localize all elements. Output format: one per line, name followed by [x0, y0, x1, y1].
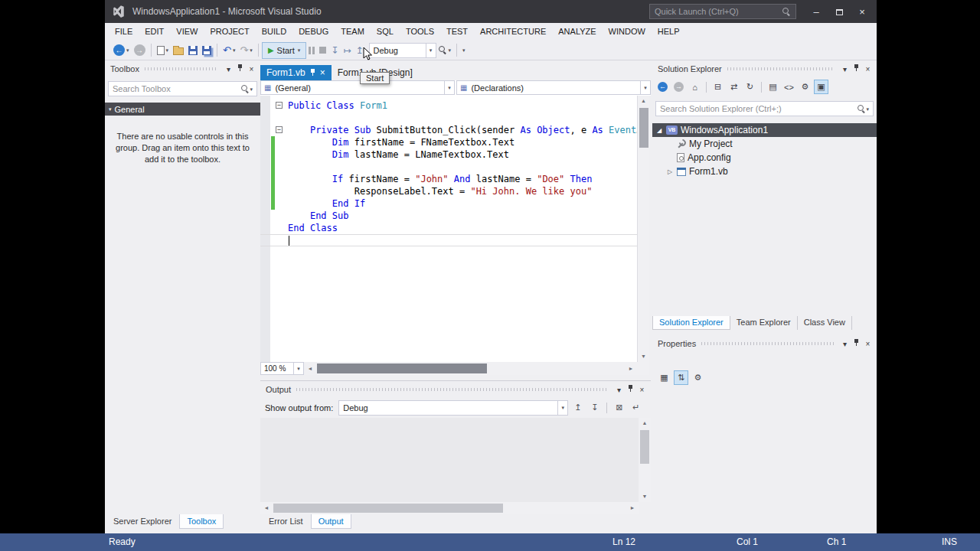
previous-message-button[interactable]: ↥: [570, 400, 585, 415]
scrollbar-thumb[interactable]: [640, 430, 649, 464]
menu-item-test[interactable]: TEST: [440, 23, 474, 41]
close-panel-button[interactable]: ×: [862, 340, 874, 348]
menu-item-view[interactable]: VIEW: [170, 23, 204, 41]
drag-grip[interactable]: [296, 388, 608, 391]
menu-item-project[interactable]: PROJECT: [204, 23, 255, 41]
scroll-up-icon[interactable]: ▲: [638, 96, 649, 106]
chevron-down-icon[interactable]: ▾: [557, 401, 567, 415]
chevron-down-icon[interactable]: ▾: [126, 47, 129, 53]
view-code-button[interactable]: <>: [782, 80, 796, 94]
pin-icon[interactable]: [309, 68, 316, 77]
scroll-down-icon[interactable]: ▼: [639, 491, 651, 502]
chevron-down-icon[interactable]: ▾: [166, 47, 169, 53]
scrollbar-thumb[interactable]: [273, 504, 503, 513]
solution-configuration-combobox[interactable]: Debug ▾: [369, 43, 436, 58]
scroll-left-icon[interactable]: ◄: [304, 362, 316, 375]
chevron-down-icon[interactable]: ▾: [293, 363, 303, 374]
code-line[interactable]: End If: [260, 197, 637, 210]
chevron-down-icon[interactable]: ▾: [298, 47, 301, 53]
output-content[interactable]: [260, 418, 639, 502]
editor-vertical-scrollbar[interactable]: ▲ ▼: [637, 96, 649, 362]
chevron-down-icon[interactable]: ▾: [250, 86, 253, 92]
menu-item-tools[interactable]: TOOLS: [400, 23, 440, 41]
code-line[interactable]: If firstName = "John" And lastName = "Do…: [260, 173, 637, 185]
toolbar-options-button[interactable]: ▾: [460, 42, 468, 59]
code-line[interactable]: [260, 234, 637, 246]
panel-tab-class-view[interactable]: Class View: [798, 316, 852, 330]
pin-button[interactable]: [851, 64, 862, 74]
quick-launch-input[interactable]: [655, 7, 782, 16]
save-all-button[interactable]: [200, 42, 214, 59]
scrollbar-thumb[interactable]: [639, 108, 648, 148]
editor-horizontal-scrollbar[interactable]: ◄ ►: [304, 362, 637, 375]
window-position-button[interactable]: ▾: [839, 65, 851, 73]
pin-button[interactable]: [234, 64, 246, 74]
navigate-back-button[interactable]: ←▾: [111, 42, 132, 59]
code-line[interactable]: [260, 112, 637, 124]
chevron-down-icon[interactable]: ▾: [640, 81, 650, 94]
chevron-down-icon[interactable]: ▾: [449, 47, 452, 53]
scroll-right-icon[interactable]: ►: [625, 362, 637, 375]
close-panel-button[interactable]: ×: [862, 65, 874, 73]
toolbox-group-general[interactable]: ▾ General: [105, 103, 260, 116]
drag-grip[interactable]: [145, 67, 217, 70]
refresh-button[interactable]: ↻: [743, 80, 757, 94]
chevron-down-icon[interactable]: ▾: [426, 44, 436, 57]
close-icon[interactable]: ×: [320, 68, 325, 77]
find-in-files-button[interactable]: ▾: [436, 42, 454, 59]
code-line[interactable]: Public Class Form1: [260, 99, 637, 112]
menu-item-help[interactable]: HELP: [652, 23, 686, 41]
tree-item[interactable]: ▷Form1.vb: [652, 165, 877, 178]
menu-item-window[interactable]: WINDOW: [603, 23, 652, 41]
scroll-up-icon[interactable]: ▲: [639, 418, 651, 429]
tree-item[interactable]: App.config: [652, 151, 877, 165]
stop-button[interactable]: [317, 42, 328, 59]
solution-explorer-search-box[interactable]: ▾: [655, 101, 874, 116]
code-line[interactable]: End Sub: [260, 210, 637, 222]
dock-tab-output[interactable]: Output: [311, 514, 351, 529]
code-editor[interactable]: −− Public Class Form1 Private Sub Submit…: [260, 96, 637, 362]
property-pages-button[interactable]: ⚙: [691, 370, 705, 385]
drag-grip[interactable]: [727, 67, 834, 70]
chevron-down-icon[interactable]: ▾: [444, 81, 454, 94]
toolbox-search-box[interactable]: ▾: [108, 81, 257, 96]
close-button[interactable]: ×: [851, 6, 874, 18]
output-source-combobox[interactable]: Debug ▾: [338, 400, 568, 416]
window-position-button[interactable]: ▾: [223, 65, 234, 73]
quick-launch-box[interactable]: [649, 4, 796, 19]
dock-tab-server-explorer[interactable]: Server Explorer: [106, 514, 178, 528]
collapse-all-button[interactable]: ⊟: [710, 80, 725, 94]
expander-icon[interactable]: ▷: [666, 168, 674, 175]
chevron-down-icon[interactable]: ▾: [233, 47, 236, 53]
show-all-files-button[interactable]: ▤: [766, 80, 780, 94]
code-line[interactable]: [260, 161, 637, 173]
maximize-button[interactable]: [828, 6, 851, 18]
tree-item[interactable]: My Project: [652, 137, 877, 151]
scroll-right-icon[interactable]: ►: [626, 502, 639, 514]
categorized-button[interactable]: ▦: [657, 370, 671, 385]
menu-item-debug[interactable]: DEBUG: [292, 23, 335, 41]
output-horizontal-scrollbar[interactable]: ◄ ►: [260, 502, 639, 514]
menu-item-analyze[interactable]: ANALYZE: [552, 23, 602, 41]
menu-item-build[interactable]: BUILD: [256, 23, 292, 41]
word-wrap-button[interactable]: ↵: [629, 400, 643, 415]
expander-icon[interactable]: ◢: [655, 127, 663, 134]
menu-item-file[interactable]: FILE: [109, 23, 139, 41]
menu-item-architecture[interactable]: ARCHITECTURE: [474, 23, 552, 41]
minimize-button[interactable]: –: [805, 6, 828, 18]
alphabetical-button[interactable]: ⇅: [674, 370, 688, 385]
start-debugging-button[interactable]: ▶ Start ▾: [262, 42, 306, 59]
redo-button[interactable]: ↷▾: [237, 42, 254, 59]
panel-tab-team-explorer[interactable]: Team Explorer: [730, 316, 798, 330]
pin-button[interactable]: [851, 338, 862, 349]
pin-button[interactable]: [625, 384, 636, 395]
close-panel-button[interactable]: ×: [246, 65, 257, 73]
undo-button[interactable]: ↶▾: [220, 42, 237, 59]
drag-grip[interactable]: [701, 342, 834, 345]
scroll-down-icon[interactable]: ▼: [638, 351, 649, 362]
window-position-button[interactable]: ▾: [839, 340, 851, 348]
se-forward-button[interactable]: →: [671, 80, 686, 94]
sync-with-active-document-button[interactable]: ⇄: [727, 80, 741, 94]
scroll-left-icon[interactable]: ◄: [260, 502, 273, 514]
step-over-button[interactable]: ↦: [341, 42, 353, 59]
